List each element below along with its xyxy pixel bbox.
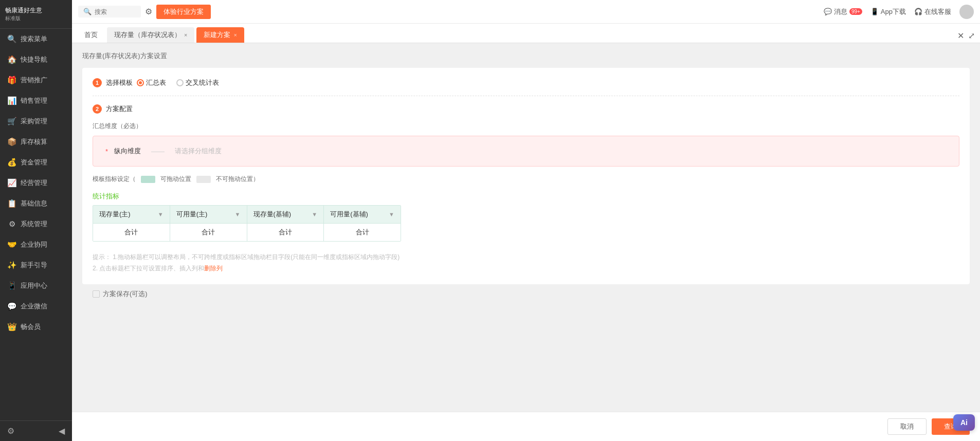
sidebar-item-apps[interactable]: 📱应用中心 <box>0 275 72 296</box>
sidebar-icon-apps: 📱 <box>7 281 16 290</box>
stats-header-col-3[interactable]: 可用量(基辅)▼ <box>324 206 401 223</box>
app-version: 标准版 <box>5 15 67 22</box>
movable-indicator-box <box>141 176 155 183</box>
stats-body-col-1: 合计 <box>170 224 247 241</box>
sidebar-icon-shortcut: 🏠 <box>7 55 16 64</box>
message-icon: 💬 <box>824 8 832 15</box>
app-logo: 畅康通好生意 标准版 <box>0 0 72 29</box>
sidebar-icon-sales: 📊 <box>7 96 16 105</box>
sidebar-icon-contract: 🤝 <box>7 240 16 249</box>
sidebar-icon-purchase: 🛒 <box>7 117 16 126</box>
sidebar-nav: 🔍搜索菜单🏠快捷导航🎁营销推广📊销售管理🛒采购管理📦库存核算💰资金管理📈经营管理… <box>0 29 72 420</box>
dimension-zone[interactable]: * 纵向维度 —— 请选择分组维度 <box>93 136 959 167</box>
indicator-label: 模板指标设定（ <box>93 175 136 183</box>
content-area: 现存量(库存状况表)方案设置 1 选择模板 汇总表 交叉统计表 <box>72 43 980 412</box>
radio-cross[interactable]: 交叉统计表 <box>176 78 219 87</box>
template-radio-group: 汇总表 交叉统计表 <box>137 78 219 87</box>
stats-col-label-1: 可用量(主) <box>176 210 208 219</box>
radio-summary-circle <box>137 79 144 86</box>
stats-col-chevron-2: ▼ <box>312 211 317 217</box>
tab-home[interactable]: 首页 <box>77 27 105 43</box>
message-badge: 99+ <box>849 8 862 15</box>
sidebar-item-basic[interactable]: 📋基础信息 <box>0 193 72 214</box>
sidebar: 畅康通好生意 标准版 🔍搜索菜单🏠快捷导航🎁营销推广📊销售管理🛒采购管理📦库存核… <box>0 0 72 441</box>
search-input[interactable] <box>95 8 136 15</box>
sidebar-item-stock[interactable]: 📦库存核算 <box>0 132 72 152</box>
message-button[interactable]: 💬 消息 99+ <box>824 7 862 16</box>
topbar-search-box: 🔍 <box>78 6 141 17</box>
sidebar-item-guide[interactable]: ✨新手引导 <box>0 255 72 275</box>
stats-header-col-1[interactable]: 可用量(主)▼ <box>170 206 247 223</box>
tab-inventory-label: 现存量（库存状况表） <box>114 30 181 40</box>
stats-col-label-2: 现存量(基辅) <box>253 210 292 219</box>
sidebar-item-contract[interactable]: 🤝企业协同 <box>0 234 72 255</box>
main-area: 🔍 ⚙ 体验行业方案 💬 消息 99+ 📱 App下载 🎧 在线客服 <box>72 0 980 441</box>
cancel-button[interactable]: 取消 <box>887 418 927 435</box>
tabbar: 首页 现存量（库存状况表） × 新建方案 × ✕ ⤢ <box>72 24 980 43</box>
topbar-gear-icon[interactable]: ⚙ <box>145 7 152 16</box>
save-checkbox[interactable] <box>93 290 100 298</box>
trial-button[interactable]: 体验行业方案 <box>156 5 211 19</box>
sidebar-item-system[interactable]: ⚙系统管理 <box>0 214 72 234</box>
tab-new-plan-close[interactable]: × <box>233 32 237 38</box>
stats-header-col-2[interactable]: 现存量(基辅)▼ <box>247 206 324 223</box>
radio-summary-label: 汇总表 <box>146 78 166 87</box>
tab-new-plan-label: 新建方案 <box>204 30 230 40</box>
sidebar-item-sales[interactable]: 📊销售管理 <box>0 90 72 111</box>
tip-2: 2. 点击标题栏下拉可设置排序、插入列和删除列 <box>93 263 959 274</box>
sidebar-label-wechat: 企业微信 <box>21 302 47 311</box>
sidebar-item-search[interactable]: 🔍搜索菜单 <box>0 29 72 49</box>
section1-num: 1 <box>93 78 102 87</box>
online-service-button[interactable]: 🎧 在线客服 <box>914 7 951 16</box>
tab-inventory-close[interactable]: × <box>184 32 187 38</box>
stats-table-header: 现存量(主)▼可用量(主)▼现存量(基辅)▼可用量(基辅)▼ <box>93 206 401 223</box>
sidebar-label-sales: 销售管理 <box>21 96 47 105</box>
sidebar-icon-stock: 📦 <box>7 137 16 146</box>
radio-summary[interactable]: 汇总表 <box>137 78 166 87</box>
user-avatar[interactable] <box>959 5 974 19</box>
movable-label: 可拖动位置 <box>160 175 191 183</box>
sidebar-item-shortcut[interactable]: 🏠快捷导航 <box>0 49 72 70</box>
stats-col-label-3: 可用量(基辅) <box>330 210 368 219</box>
sidebar-item-purchase[interactable]: 🛒采购管理 <box>0 111 72 132</box>
action-bar: 取消 查询 <box>72 412 980 441</box>
sidebar-icon-member: 👑 <box>7 322 16 332</box>
sidebar-icon-basic: 📋 <box>7 199 16 208</box>
sidebar-label-contract: 企业协同 <box>21 240 47 249</box>
radio-cross-circle <box>176 79 184 86</box>
topbar: 🔍 ⚙ 体验行业方案 💬 消息 99+ 📱 App下载 🎧 在线客服 <box>72 0 980 24</box>
sidebar-icon-system: ⚙ <box>7 219 16 229</box>
radio-cross-label: 交叉统计表 <box>186 78 219 87</box>
sidebar-item-finance[interactable]: 💰资金管理 <box>0 152 72 173</box>
tab-inventory[interactable]: 现存量（库存状况表） × <box>107 27 194 43</box>
sidebar-item-operation[interactable]: 📈经营管理 <box>0 173 72 193</box>
sidebar-label-shortcut: 快捷导航 <box>21 55 47 64</box>
topbar-left: 🔍 ⚙ 体验行业方案 <box>78 5 819 19</box>
stats-header-col-0[interactable]: 现存量(主)▼ <box>93 206 170 223</box>
indicator-row: 模板指标设定（ 可拖动位置 不可拖动位置） <box>93 175 959 183</box>
ai-button[interactable]: Ai <box>953 414 975 431</box>
sidebar-item-marketing[interactable]: 🎁营销推广 <box>0 70 72 90</box>
page-title: 现存量(库存状况表)方案设置 <box>82 51 970 61</box>
sidebar-label-basic: 基础信息 <box>21 199 47 208</box>
save-checkbox-container[interactable]: 方案保存(可选) <box>93 289 148 299</box>
expand-window-icon[interactable]: ⤢ <box>968 31 975 41</box>
tab-new-plan[interactable]: 新建方案 × <box>196 27 244 43</box>
dim-dash: —— <box>151 148 165 155</box>
stats-section-label: 统计指标 <box>93 192 959 201</box>
collapse-icon[interactable]: ◀ <box>59 426 65 436</box>
search-icon: 🔍 <box>83 8 92 15</box>
service-icon: 🎧 <box>914 8 922 15</box>
app-download-button[interactable]: 📱 App下载 <box>870 7 906 16</box>
summary-dim-label: 汇总维度（必选） <box>93 122 959 131</box>
close-window-icon[interactable]: ✕ <box>957 31 964 41</box>
stats-col-chevron-1: ▼ <box>235 211 241 217</box>
sidebar-label-apps: 应用中心 <box>21 281 47 290</box>
content-footer: 方案保存(可选) <box>82 284 970 304</box>
sidebar-item-wechat[interactable]: 💬企业微信 <box>0 296 72 317</box>
required-star: * <box>105 148 108 155</box>
sidebar-item-member[interactable]: 👑畅会员 <box>0 317 72 337</box>
tip-1: 提示： 1.拖动标题栏可以调整布局，不可跨维度或指标区域拖动栏目字段(只能在同一… <box>93 252 959 263</box>
settings-icon[interactable]: ⚙ <box>7 426 14 436</box>
tips-section: 提示： 1.拖动标题栏可以调整布局，不可跨维度或指标区域拖动栏目字段(只能在同一… <box>93 252 959 274</box>
